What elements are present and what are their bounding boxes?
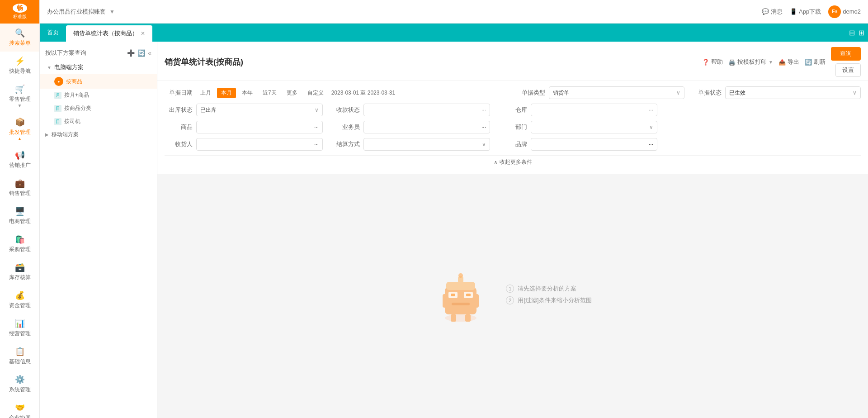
left-panel: 按以下方案查询 ➕ 🔄 « ▼ 电脑端方案 ● 按商品 [40, 42, 157, 418]
dept-label: 部门 [499, 123, 531, 131]
refresh-icon: 🔄 [805, 59, 812, 66]
right-panel-actions: ❓ 帮助 🖨️ 按模板打印 ▼ 📤 导出 🔄 刷新 [702, 47, 861, 77]
date-tab-thismonth[interactable]: 本月 [217, 88, 236, 98]
msg-icon: 💬 [762, 8, 769, 15]
sidebar-item-system[interactable]: ⚙️ 系统管理 [0, 370, 39, 398]
filter-row-4: 收货人 ··· 结算方式 ∨ 品牌 ··· [165, 138, 861, 151]
svg-rect-6 [452, 303, 470, 305]
msg-button[interactable]: 💬 消息 [762, 8, 783, 16]
type-label: 单据类型 [517, 89, 549, 97]
sales-icon: 💼 [15, 178, 25, 188]
logo-subtext: 标准版 [13, 14, 27, 20]
sidebar-item-ops[interactable]: 📊 经营管理 [0, 314, 39, 342]
sidebar-search-label: 搜索菜单 [9, 39, 31, 47]
industry-selector[interactable]: 办公用品行业模拟账套 ▼ [47, 8, 115, 16]
status-chevron-icon: ∨ [853, 90, 857, 96]
salesman-input[interactable]: ··· [363, 121, 490, 133]
empty-state: 1 请先选择要分析的方案 2 用[过滤]条件来缩小分析范围 [157, 174, 868, 418]
collapse-icon: ∧ [494, 159, 498, 166]
chevron-up-icon: ▲ [18, 136, 22, 141]
cooperation-icon: 🤝 [15, 403, 25, 413]
step-num-1: 1 [506, 285, 514, 293]
dept-select[interactable]: ∨ [531, 121, 657, 133]
inventory-icon: 🗃️ [15, 262, 25, 272]
sidebar-item-wholesale[interactable]: 📦 批发管理 ▲ [0, 113, 39, 146]
sidebar-ecom-label: 电商管理 [9, 218, 31, 225]
query-button[interactable]: 查询 [831, 47, 861, 61]
status-select[interactable]: 已生效 ∨ [725, 86, 861, 99]
sidebar-item-basic[interactable]: 📋 基础信息 [0, 342, 39, 370]
refresh-scheme-icon[interactable]: 🔄 [137, 49, 145, 57]
empty-step-1: 1 请先选择要分析的方案 [506, 285, 591, 293]
print-button[interactable]: 🖨️ 按模板打印 ▼ [728, 58, 773, 66]
collapse-panel-icon[interactable]: « [148, 49, 151, 57]
receiver-input[interactable]: ··· [196, 138, 323, 151]
sidebar-item-purchase[interactable]: 🛍️ 采购管理 [0, 230, 39, 258]
refresh-button[interactable]: 🔄 刷新 [805, 58, 826, 66]
finance-icon: 💰 [15, 290, 25, 300]
ecom-icon: 🖥️ [15, 206, 25, 216]
dept-chevron-icon: ∨ [649, 124, 653, 130]
storage-select[interactable]: ··· [531, 104, 657, 116]
app-download-button[interactable]: 📱 App下载 [790, 8, 821, 16]
print-dropdown-icon[interactable]: ▼ [769, 60, 773, 65]
help-button[interactable]: ❓ 帮助 [702, 58, 723, 66]
payment-dots-icon: ··· [481, 107, 486, 113]
tab-home[interactable]: 首页 [40, 24, 66, 42]
date-tab-custom[interactable]: 自定义 [303, 88, 328, 98]
empty-steps: 1 请先选择要分析的方案 2 用[过滤]条件来缩小分析范围 [506, 285, 591, 308]
brand-input[interactable]: ··· [531, 138, 657, 151]
sidebar-item-marketing[interactable]: 📢 营销推广 [0, 146, 39, 174]
goods-input[interactable]: ··· [196, 121, 323, 133]
sidebar-item-sales[interactable]: 💼 销售管理 [0, 174, 39, 202]
salesman-label: 业务员 [332, 123, 363, 131]
tree-item-month-goods[interactable]: 月 按月+商品 [40, 89, 157, 102]
sidebar-cooperation-label: 企业协同 [9, 414, 31, 418]
tree-mobile-label: 移动端方案 [52, 131, 79, 138]
tree-item-by-driver[interactable]: 目 按司机 [40, 115, 157, 128]
tree-item-by-goods[interactable]: ● 按商品 [40, 74, 157, 89]
user-avatar: Ea [828, 5, 841, 18]
sidebar-sales-label: 销售管理 [9, 190, 31, 197]
settle-chevron-icon: ∨ [482, 141, 486, 147]
sidebar-item-retail[interactable]: 🛒 零售管理 ▼ [0, 80, 39, 113]
sidebar-item-finance[interactable]: 💰 资金管理 [0, 286, 39, 314]
tree-item-goods-category-label: 按商品分类 [64, 104, 91, 112]
date-tab-thisyear[interactable]: 本年 [238, 88, 257, 98]
date-tab-more[interactable]: 更多 [283, 88, 302, 98]
svg-rect-11 [446, 282, 475, 290]
svg-point-13 [458, 273, 463, 278]
sidebar-item-ecom[interactable]: 🖥️ 电商管理 [0, 202, 39, 230]
minimize-icon[interactable]: ⊟ [849, 28, 855, 37]
brand-label: 品牌 [499, 140, 531, 148]
date-tab-lastmonth[interactable]: 上月 [196, 88, 215, 98]
collapse-filters-button[interactable]: ∧ 收起更多条件 [165, 155, 861, 169]
download-icon: 📱 [790, 8, 797, 15]
settle-select[interactable]: ∨ [363, 138, 490, 151]
sidebar-item-quicknav[interactable]: ⚡ 快捷导航 [0, 52, 39, 80]
home-tab-label: 首页 [47, 28, 59, 37]
svg-rect-8 [474, 294, 479, 308]
user-menu[interactable]: Ea demo2 [828, 5, 861, 18]
tree-mobile-section[interactable]: ▶ 移动端方案 [40, 128, 157, 141]
sidebar-item-inventory[interactable]: 🗃️ 库存核算 [0, 258, 39, 286]
export-button[interactable]: 📤 导出 [778, 58, 799, 66]
tab-close-icon[interactable]: ✕ [141, 30, 145, 37]
goods-label: 商品 [165, 123, 196, 131]
tab-sales-stat[interactable]: 销货单统计表（按商品） ✕ [66, 25, 152, 42]
settings-button[interactable]: 设置 [835, 63, 861, 77]
warehouse-chevron-icon: ∨ [315, 107, 319, 113]
tree-item-goods-category[interactable]: 目 按商品分类 [40, 102, 157, 115]
sidebar-logo: 畅 标准版 [0, 0, 39, 24]
empty-step-2: 2 用[过滤]条件来缩小分析范围 [506, 296, 591, 304]
add-scheme-icon[interactable]: ➕ [127, 49, 135, 57]
date-tab-7days[interactable]: 近7天 [259, 88, 281, 98]
tree-pc-section[interactable]: ▼ 电脑端方案 [40, 61, 157, 74]
sidebar-item-search[interactable]: 🔍 搜索菜单 [0, 24, 39, 52]
payment-select[interactable]: ··· [363, 104, 490, 116]
month-goods-icon: 月 [54, 92, 61, 99]
type-select[interactable]: 销货单 ∨ [549, 86, 684, 99]
maximize-icon[interactable]: ⊞ [859, 28, 864, 37]
warehouse-status-select[interactable]: 已出库 ∨ [196, 104, 323, 116]
sidebar-item-cooperation[interactable]: 🤝 企业协同 [0, 398, 39, 418]
